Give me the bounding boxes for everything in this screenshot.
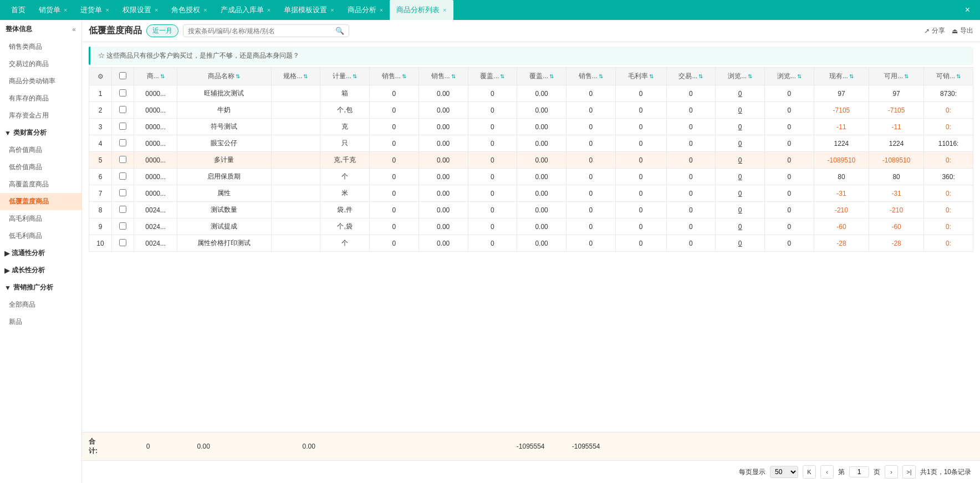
row-checkbox[interactable] (112, 169, 134, 185)
nav-analysis[interactable]: 商品分析 × (341, 0, 390, 20)
row-view1[interactable]: 0 (716, 185, 765, 202)
window-close-button[interactable]: × (959, 5, 976, 15)
col-cover1[interactable]: 覆盖...⇅ (468, 68, 517, 85)
nav-permissions[interactable]: 权限设置 × (116, 0, 165, 20)
row-view1[interactable]: 0 (716, 135, 765, 152)
row-code: 0000... (134, 85, 177, 102)
row-checkbox[interactable] (112, 119, 134, 135)
nav-sales[interactable]: 销货单 × (32, 0, 74, 20)
share-button[interactable]: ↗ 分享 (924, 26, 945, 35)
col-name[interactable]: 商品名称⇅ (177, 68, 271, 85)
search-input[interactable] (188, 27, 335, 35)
col-sales2[interactable]: 销售...⇅ (418, 68, 468, 85)
row-view1[interactable]: 0 (716, 218, 765, 235)
close-icon[interactable]: × (64, 7, 67, 13)
col-current[interactable]: 现有...⇅ (814, 68, 869, 85)
sidebar-item-high-coverage[interactable]: 高覆盖度商品 (0, 176, 81, 193)
row-view1[interactable]: 0 (716, 235, 765, 252)
filter-recent-month-button[interactable]: 近一月 (146, 24, 178, 37)
row-select-checkbox[interactable] (119, 189, 126, 196)
select-all-checkbox[interactable] (119, 72, 126, 79)
sidebar-item-sales-products[interactable]: 销售类商品 (0, 38, 81, 55)
row-checkbox[interactable] (112, 202, 134, 218)
row-view1[interactable]: 0 (716, 85, 765, 102)
nav-template[interactable]: 单据模板设置 × (277, 0, 340, 20)
sidebar-item-traded-products[interactable]: 交易过的商品 (0, 55, 81, 73)
col-code[interactable]: 商...⇅ (134, 68, 177, 85)
last-page-button[interactable]: >| (902, 465, 916, 479)
row-checkbox[interactable] (112, 185, 134, 202)
row-code: 0024... (134, 235, 177, 252)
sidebar-item-all-products[interactable]: 全部商品 (0, 296, 81, 313)
sidebar-item-low-gross[interactable]: 低毛利商品 (0, 227, 81, 245)
col-sales1[interactable]: 销售...⇅ (370, 68, 419, 85)
row-select-checkbox[interactable] (119, 156, 126, 163)
checkbox-column-header[interactable] (112, 68, 134, 85)
row-view1[interactable]: 0 (716, 152, 765, 169)
close-icon[interactable]: × (105, 7, 109, 13)
sidebar-overview-header[interactable]: 整体信息 « (0, 20, 81, 38)
row-checkbox[interactable] (112, 218, 134, 235)
row-select-checkbox[interactable] (119, 239, 126, 246)
close-icon[interactable]: × (380, 7, 383, 13)
row-select-checkbox[interactable] (119, 139, 126, 146)
row-select-checkbox[interactable] (119, 123, 126, 130)
first-page-button[interactable]: K (803, 465, 816, 479)
sidebar-item-stock-value[interactable]: 库存资金占用 (0, 107, 81, 124)
row-view1[interactable]: 0 (716, 102, 765, 119)
sidebar-group-quality[interactable]: ▼ 类财富分析 (0, 124, 81, 141)
sidebar-item-high-gross[interactable]: 高毛利商品 (0, 210, 81, 227)
col-trade[interactable]: 交易...⇅ (666, 68, 716, 85)
row-select-checkbox[interactable] (119, 222, 126, 230)
sidebar-group-flow[interactable]: ▶ 流通性分析 (0, 245, 81, 262)
row-view1[interactable]: 0 (716, 119, 765, 135)
data-table-wrapper[interactable]: ⚙ 商...⇅ 商品名称⇅ 规格...⇅ 计量...⇅ 销售...⇅ 销售...… (89, 67, 973, 432)
row-select-checkbox[interactable] (119, 106, 126, 113)
row-checkbox[interactable] (112, 152, 134, 169)
nav-production[interactable]: 产成品入库单 × (214, 0, 277, 20)
page-number-input[interactable] (849, 466, 869, 477)
next-page-button[interactable]: › (885, 465, 898, 479)
row-select-checkbox[interactable] (119, 172, 126, 180)
close-icon[interactable]: × (203, 7, 207, 13)
close-icon[interactable]: × (330, 7, 334, 13)
col-view1[interactable]: 浏览...⇅ (716, 68, 765, 85)
row-view1[interactable]: 0 (716, 169, 765, 185)
sidebar-group-growth[interactable]: ▶ 成长性分析 (0, 262, 81, 279)
col-sales3[interactable]: 销售...⇅ (566, 68, 616, 85)
row-code: 0000... (134, 169, 177, 185)
row-select-checkbox[interactable] (119, 89, 126, 96)
sidebar-group-marketing[interactable]: ▼ 营销推广分析 (0, 279, 81, 296)
col-view2[interactable]: 浏览...⇅ (765, 68, 814, 85)
col-spec[interactable]: 规格...⇅ (271, 68, 320, 85)
export-button[interactable]: ⏏ 导出 (952, 26, 973, 35)
col-unit[interactable]: 计量...⇅ (320, 68, 370, 85)
nav-home[interactable]: 首页 (4, 0, 32, 20)
sidebar-item-category-rate[interactable]: 商品分类动销率 (0, 73, 81, 90)
col-gross[interactable]: 毛利率⇅ (615, 68, 666, 85)
collapse-icon[interactable]: « (72, 26, 76, 33)
sidebar-item-new-products[interactable]: 新品 (0, 313, 81, 331)
prev-page-button[interactable]: ‹ (820, 465, 834, 479)
settings-column-header[interactable]: ⚙ (89, 68, 112, 85)
close-icon[interactable]: × (443, 7, 446, 13)
nav-analysis-list[interactable]: 商品分析列表 × (390, 0, 453, 20)
col-sellable[interactable]: 可销...⇅ (924, 68, 973, 85)
nav-purchase[interactable]: 进货单 × (74, 0, 115, 20)
nav-roles[interactable]: 角色授权 × (165, 0, 213, 20)
row-checkbox[interactable] (112, 85, 134, 102)
col-cover2[interactable]: 覆盖...⇅ (517, 68, 566, 85)
row-checkbox[interactable] (112, 135, 134, 152)
row-checkbox[interactable] (112, 102, 134, 119)
close-icon[interactable]: × (267, 7, 270, 13)
sidebar-item-low-coverage[interactable]: 低覆盖度商品 (0, 193, 81, 210)
row-view1[interactable]: 0 (716, 202, 765, 218)
sidebar-item-low-value[interactable]: 低价值商品 (0, 159, 81, 176)
row-select-checkbox[interactable] (119, 206, 126, 213)
sidebar-item-in-stock[interactable]: 有库存的商品 (0, 90, 81, 107)
col-available[interactable]: 可用...⇅ (869, 68, 924, 85)
page-size-select[interactable]: 50 20 100 (770, 466, 798, 478)
sidebar-item-high-value[interactable]: 高价值商品 (0, 141, 81, 159)
row-checkbox[interactable] (112, 235, 134, 252)
close-icon[interactable]: × (155, 7, 158, 13)
